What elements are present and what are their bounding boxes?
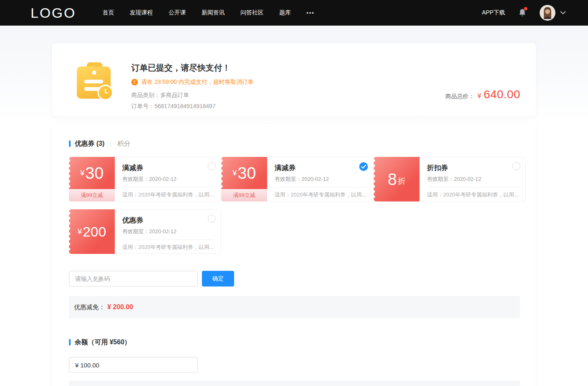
coupon-expiry-label: 有效期至： (122, 176, 149, 182)
nav-item-news[interactable]: 新闻资讯 (202, 9, 225, 17)
coupon-stub: ¥ 30 满99立减 (221, 157, 267, 201)
coupon-expiry-date: 2020-02-12 (149, 228, 177, 234)
total-price-value: 640.00 (484, 88, 520, 101)
nav-more-ellipsis-icon[interactable]: ••• (306, 10, 315, 16)
discount-summary-strip: 优惠减免： ¥ 200.00 (69, 296, 520, 318)
redeem-code-row: 确定 (69, 271, 520, 287)
coupon-expiry-date: 2020-02-12 (301, 176, 329, 182)
coupon-expiry: 有效期至：2020-02-12 (275, 175, 366, 183)
coupon-radio-unselected[interactable] (208, 162, 216, 170)
clock-badge-icon (97, 85, 113, 100)
coupon-scope: 适用：2020年考研专属福利券，以用... (122, 191, 214, 199)
coupon-card-80-percent-discount[interactable]: 8 折 折扣券 有效期至：2020-02-12 适用：2020年考研专属福利券，… (374, 157, 520, 201)
coupon-divider (275, 187, 366, 187)
balance-amount-input[interactable] (69, 357, 198, 373)
coupon-amount: 30 (238, 164, 256, 182)
order-title: 订单已提交，请尽快支付！ (131, 62, 254, 73)
nav-menu: 首页 发现课程 公开课 新闻资讯 问答社区 题库 ••• (102, 9, 315, 17)
coupon-amount: 30 (85, 164, 104, 182)
logo[interactable]: LOGO (31, 5, 76, 21)
coupon-title: 折扣券 (427, 163, 519, 173)
coupon-scope: 适用：2020年考研专属福利券，以用... (427, 191, 519, 199)
coupon-expiry-date: 2020-02-12 (149, 176, 177, 182)
nav-item-qa-community[interactable]: 问答社区 (240, 9, 263, 17)
order-clipboard-icon (77, 62, 112, 100)
discount-label: 优惠减免： (74, 303, 105, 311)
coupon-scope: 适用：2020年考研专属福利券，以用... (275, 191, 366, 199)
coupon-stub: ¥ 30 满99立减 (69, 157, 115, 201)
coupon-amount: 8 (388, 170, 397, 189)
order-category-value: 多商品订单 (160, 92, 189, 98)
order-number-label: 订单号： (131, 103, 154, 109)
coupon-radio-selected-check-icon[interactable] (359, 162, 368, 171)
coupon-expiry-date: 2020-02-12 (454, 176, 481, 182)
warning-text: 请在 23:59:00 内完成支付，超时将取消订单 (141, 78, 254, 86)
tab-points[interactable]: 积分 (117, 140, 130, 148)
header-divider (111, 141, 111, 147)
coupon-divider (427, 187, 519, 187)
coupon-body: 折扣券 有效期至：2020-02-12 适用：2020年考研专属福利券，以用..… (420, 157, 526, 201)
notification-bell-icon[interactable] (518, 8, 526, 17)
warning-exclamation-icon: ! (131, 79, 138, 85)
coupon-radio-unselected[interactable] (208, 215, 216, 223)
confirm-button[interactable]: 确定 (202, 271, 234, 287)
balance-section-header: 余额（可用 ¥560） (69, 338, 520, 347)
coupon-expiry: 有效期至：2020-02-12 (122, 228, 214, 235)
section-accent-bar (69, 140, 71, 147)
coupon-list: ¥ 30 满99立减 满减券 有效期至：2020-02-12 适用：2020年考… (69, 157, 520, 254)
coupon-condition-badge: 满99立减 (69, 189, 115, 201)
coupon-body: 满减券 有效期至：2020-02-12 适用：2020年考研专属福利券，以用..… (267, 157, 373, 201)
coupon-currency: ¥ (80, 168, 85, 178)
coupon-title: 优惠券 (122, 215, 214, 225)
section-accent-bar (69, 339, 71, 346)
redeem-code-input[interactable] (69, 271, 198, 287)
total-price-label: 商品总价： (445, 93, 474, 100)
coupon-scope: 适用：2020年考研专属福利券，以用... (122, 244, 214, 251)
nav-item-question-bank[interactable]: 题库 (279, 9, 291, 17)
nav-item-open-classes[interactable]: 公开课 (168, 9, 186, 17)
coupon-stub: 8 折 (374, 157, 420, 201)
coupon-card-30-full-reduction-selected[interactable]: ¥ 30 满99立减 满减券 有效期至：2020-02-12 适用：2020年考… (221, 157, 368, 201)
chevron-down-icon[interactable] (560, 11, 566, 14)
coupon-expiry-label: 有效期至： (275, 176, 301, 182)
coupon-currency: ¥ (232, 168, 237, 178)
coupon-body: 满减券 有效期至：2020-02-12 适用：2020年考研专属福利券，以用..… (115, 157, 221, 201)
discount-value: ¥ 200.00 (107, 303, 133, 311)
total-price-currency: ¥ (477, 92, 481, 100)
notification-badge-dot (524, 7, 527, 10)
coupon-expiry-label: 有效期至： (122, 228, 149, 234)
coupon-amount: 200 (83, 224, 106, 240)
coupon-currency: ¥ (78, 227, 82, 236)
coupon-condition-badge: 满99立减 (221, 189, 267, 201)
payment-deadline-warning: ! 请在 23:59:00 内完成支付，超时将取消订单 (131, 78, 254, 86)
order-number-row: 订单号：5681749184914918497 (131, 103, 254, 110)
nav-item-discover-courses[interactable]: 发现课程 (130, 9, 153, 17)
coupon-title: 满减券 (122, 163, 214, 173)
next-summary-strip (69, 381, 520, 386)
top-navbar: LOGO 首页 发现课程 公开课 新闻资讯 问答社区 题库 ••• APP下载 (0, 0, 588, 26)
order-info: 订单已提交，请尽快支付！ ! 请在 23:59:00 内完成支付，超时将取消订单… (131, 62, 254, 116)
nav-item-home[interactable]: 首页 (102, 9, 114, 17)
coupon-title: 满减券 (275, 163, 366, 173)
order-category-label: 商品类别： (131, 92, 160, 98)
tab-coupons[interactable]: 优惠券 (3) (75, 140, 104, 148)
user-avatar[interactable] (540, 5, 555, 21)
order-category-row: 商品类别：多商品订单 (131, 92, 254, 99)
coupon-expiry: 有效期至：2020-02-12 (122, 175, 214, 183)
order-summary-card: 订单已提交，请尽快支付！ ! 请在 23:59:00 内完成支付，超时将取消订单… (52, 43, 536, 116)
coupon-expiry-label: 有效期至： (427, 176, 454, 182)
coupon-expiry: 有效期至：2020-02-12 (427, 175, 519, 183)
coupon-stub: ¥ 200 (69, 209, 115, 254)
app-download-link[interactable]: APP下载 (482, 9, 505, 17)
order-total-price: 商品总价： ¥ 640.00 (445, 88, 520, 101)
coupon-section-header: 优惠券 (3) 积分 (69, 139, 520, 148)
nav-right-group: APP下载 (482, 5, 566, 21)
coupon-divider (122, 239, 214, 240)
coupon-radio-unselected[interactable] (512, 162, 520, 170)
coupon-card-200-voucher[interactable]: ¥ 200 优惠券 有效期至：2020-02-12 适用：2020年考研专属福利… (69, 209, 215, 254)
coupon-card-30-full-reduction[interactable]: ¥ 30 满99立减 满减券 有效期至：2020-02-12 适用：2020年考… (69, 157, 215, 201)
coupon-unit: 折 (398, 176, 405, 187)
order-number-value: 5681749184914918497 (154, 103, 216, 109)
balance-section-title: 余额（可用 ¥560） (75, 338, 131, 347)
coupon-body: 优惠券 有效期至：2020-02-12 适用：2020年考研专属福利券，以用..… (115, 209, 221, 254)
